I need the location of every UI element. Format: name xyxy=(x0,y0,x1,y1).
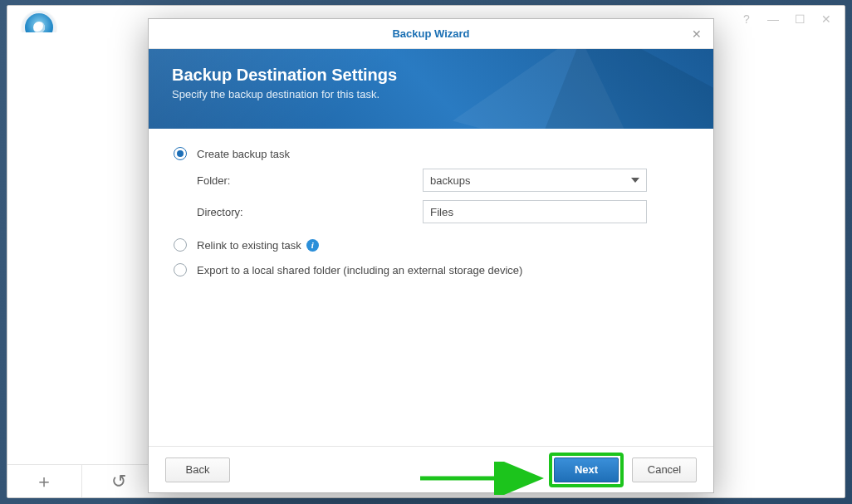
modal-close-button[interactable]: ✕ xyxy=(687,24,707,44)
history-button[interactable]: ↺ xyxy=(82,465,156,497)
add-button[interactable]: ＋ xyxy=(7,465,82,497)
radio-icon xyxy=(174,238,187,252)
app-sidebar xyxy=(7,32,155,464)
modal-banner: Backup Destination Settings Specify the … xyxy=(149,49,713,129)
option-create-backup-task[interactable]: Create backup task xyxy=(174,147,688,160)
modal-footer: Back Next Cancel xyxy=(149,446,713,492)
titlebar-minimize-button[interactable]: — xyxy=(761,10,785,28)
directory-label: Directory: xyxy=(197,206,423,218)
titlebar-close-button[interactable]: ✕ xyxy=(815,10,838,28)
backup-wizard-modal: Backup Wizard ✕ Backup Destination Setti… xyxy=(148,18,714,493)
banner-title: Backup Destination Settings xyxy=(172,66,690,85)
annotation-highlight: Next xyxy=(549,453,624,487)
option-label: Relink to existing task xyxy=(197,239,301,252)
radio-icon xyxy=(174,263,187,276)
titlebar-help-button[interactable]: ? xyxy=(735,10,758,28)
folder-select[interactable]: backups xyxy=(423,169,647,192)
radio-icon xyxy=(174,147,187,160)
option-relink-task[interactable]: Relink to existing task i xyxy=(174,238,688,252)
bottom-toolbar: ＋ ↺ xyxy=(7,464,155,497)
chevron-down-icon xyxy=(631,178,639,183)
modal-title: Backup Wizard xyxy=(392,27,469,40)
history-icon: ↺ xyxy=(111,471,126,492)
create-task-form: Folder: backups Directory: xyxy=(197,169,688,223)
directory-input[interactable] xyxy=(423,200,647,223)
back-button[interactable]: Back xyxy=(165,458,230,482)
cancel-button[interactable]: Cancel xyxy=(632,458,697,482)
titlebar-maximize-button[interactable]: ☐ xyxy=(788,10,811,28)
folder-select-value: backups xyxy=(430,174,470,187)
close-icon: ✕ xyxy=(692,27,702,41)
option-label: Create backup task xyxy=(197,148,290,160)
folder-label: Folder: xyxy=(197,174,423,187)
option-label: Export to a local shared folder (includi… xyxy=(197,264,522,276)
option-export-local[interactable]: Export to a local shared folder (includi… xyxy=(174,263,688,276)
info-icon[interactable]: i xyxy=(306,239,319,252)
banner-subtitle: Specify the backup destination for this … xyxy=(172,88,690,100)
modal-titlebar: Backup Wizard ✕ xyxy=(149,19,713,49)
modal-body: Create backup task Folder: backups Direc… xyxy=(149,129,713,446)
directory-row: Directory: xyxy=(197,200,688,223)
folder-row: Folder: backups xyxy=(197,169,688,192)
plus-icon: ＋ xyxy=(35,469,53,494)
next-button[interactable]: Next xyxy=(554,458,619,482)
